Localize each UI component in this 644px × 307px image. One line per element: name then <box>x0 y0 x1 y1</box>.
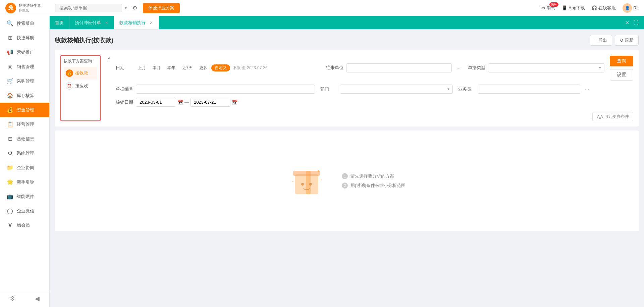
tab-home-label: 首页 <box>55 20 64 26</box>
empty-step1-text: 请先选择要分析的方案 <box>351 173 394 179</box>
date-btn-last-month[interactable]: 上月 <box>135 64 149 71</box>
sidebar-item-purchase[interactable]: 🛒 采购管理 <box>0 74 49 88</box>
svg-point-4 <box>309 183 312 186</box>
user-avatar[interactable]: 👤 Rit <box>623 3 639 13</box>
app-download-icon: 📱 <box>562 5 567 10</box>
sidebar-item-member[interactable]: V 畅会员 <box>0 218 49 232</box>
sidebar-item-basic-info[interactable]: ⊟ 基础信息 <box>0 132 49 146</box>
page-header: 收款核销执行(按收款) ↑ 导出 ↺ 刷新 <box>55 35 639 46</box>
sidebar-item-inventory[interactable]: 🏠 库存核算 <box>0 88 49 103</box>
wechat-icon: ◯ <box>7 208 13 214</box>
tab-prepay-close[interactable]: ✕ <box>105 20 108 25</box>
sidebar-item-search[interactable]: 🔍 搜索菜单 <box>0 16 49 31</box>
empty-illustration: ✦ ✦ ✦ <box>288 162 328 199</box>
date-quick-buttons: 上月 本月 本年 近7天 更多 自定义 <box>135 64 230 71</box>
page-title: 收款核销执行(按收款) <box>55 36 113 44</box>
doc-no-input[interactable] <box>136 85 315 94</box>
verify-date-end-input[interactable] <box>190 98 230 107</box>
date-btn-more[interactable]: 更多 <box>197 64 210 71</box>
date-range-text: 不限 至 2023-07-26 <box>233 65 268 71</box>
sidebar-item-operations[interactable]: 📋 经营管理 <box>0 117 49 132</box>
refresh-icon: ↺ <box>620 38 624 43</box>
sales-icon: ◎ <box>7 63 13 70</box>
date-btn-custom[interactable]: 自定义 <box>211 64 230 71</box>
date-btn-this-month[interactable]: 本月 <box>150 64 163 71</box>
staff-input[interactable] <box>478 85 580 94</box>
sidebar-settings-icon[interactable]: ⚙ <box>8 293 17 304</box>
message-item[interactable]: ✉ 消息 99+ <box>541 5 555 11</box>
enterprise-icon: 📁 <box>7 164 13 171</box>
sidebar-item-system[interactable]: ⚙ 系统管理 <box>0 146 49 160</box>
svg-text:✦: ✦ <box>317 169 320 173</box>
search-input[interactable] <box>55 4 122 12</box>
sidebar-label-purchase: 采购管理 <box>17 78 34 84</box>
sidebar-label-enterprise: 企业协同 <box>17 165 34 171</box>
sidebar-label-inventory: 库存核算 <box>17 93 34 99</box>
dept-select[interactable] <box>340 85 453 94</box>
date-btn-7days[interactable]: 近7天 <box>179 64 195 71</box>
industry-solution-button[interactable]: 体验行业方案 <box>143 3 180 13</box>
settings-icon[interactable]: ⚙ <box>129 3 140 13</box>
tab-prepay[interactable]: 预付冲应付单 ✕ <box>69 16 114 29</box>
date-label: 日期 <box>116 65 132 71</box>
sidebar-item-smart-hw[interactable]: 📺 智能硬件 <box>0 189 49 204</box>
system-icon: ⚙ <box>7 150 13 156</box>
filter-row-3: 核销日期 📅 — 📅 <box>116 98 633 107</box>
tab-bar: 首页 预付冲应付单 ✕ 收款核销执行 ✕ ✕ ⛶ <box>50 16 644 30</box>
doc-type-select[interactable] <box>488 63 604 72</box>
sidebar-item-wechat[interactable]: ◯ 企业微信 <box>0 204 49 218</box>
sidebar-label-sales: 销售管理 <box>17 64 34 70</box>
empty-step-2: 2 用[过滤]条件来缩小分析范围 <box>342 183 405 189</box>
guide-icon: 🌟 <box>7 179 13 185</box>
operations-icon: 📋 <box>7 121 13 127</box>
receivable-option-icon: ⏰ <box>66 82 73 90</box>
sidebar-label-finance: 资金管理 <box>17 107 34 113</box>
verify-date-start-cal-icon[interactable]: 📅 <box>177 100 183 105</box>
online-service-item[interactable]: 🎧 在线客服 <box>592 5 616 11</box>
sidebar-item-marketing[interactable]: 📢 营销推广 <box>0 45 49 59</box>
sidebar-item-quick-nav[interactable]: ⊞ 快捷导航 <box>0 31 49 45</box>
app-download-item[interactable]: 📱 App下载 <box>562 5 585 11</box>
inventory-icon: 🏠 <box>7 92 13 99</box>
empty-step2-text: 用[过滤]条件来缩小分析范围 <box>351 183 405 189</box>
sidebar-item-guide[interactable]: 🌟 新手引导 <box>0 175 49 189</box>
avatar-circle: 👤 <box>623 3 632 13</box>
counterpart-dots-btn[interactable]: ··· <box>454 64 463 71</box>
sidebar-collapse-icon[interactable]: ◀ <box>33 293 42 304</box>
purchase-icon: 🛒 <box>7 78 13 84</box>
tab-receipt-verify-close[interactable]: ✕ <box>150 20 153 25</box>
refresh-button[interactable]: ↺ 刷新 <box>615 35 639 46</box>
verify-date-start-input[interactable] <box>136 98 176 107</box>
step2-num: 2 <box>342 183 348 189</box>
verify-date-end-cal-icon[interactable]: 📅 <box>232 100 237 105</box>
sidebar-item-finance[interactable]: 💰 资金管理 <box>0 103 49 117</box>
export-label: 导出 <box>598 37 607 43</box>
date-btn-this-year[interactable]: 本年 <box>165 64 178 71</box>
tab-close-all-icon[interactable]: ✕ <box>624 18 631 27</box>
empty-step-1: 1 请先选择要分析的方案 <box>342 173 405 179</box>
counterpart-input[interactable] <box>346 63 452 72</box>
search-dropdown-arrow[interactable]: ▾ <box>125 6 127 10</box>
tab-bar-actions: ✕ ⛶ <box>624 16 644 29</box>
tab-expand-icon[interactable]: ⛶ <box>632 18 640 27</box>
filter-sidebar-collapse[interactable]: » <box>106 55 112 121</box>
staff-dots-btn[interactable]: ··· <box>583 86 591 93</box>
collapse-more-button[interactable]: ⋀⋀ 收起更多条件 <box>592 112 633 121</box>
tab-receipt-verify[interactable]: 收款核销执行 ✕ <box>114 16 159 29</box>
tab-home[interactable]: 首页 <box>50 16 69 29</box>
export-button[interactable]: ↑ 导出 <box>590 35 612 46</box>
page-content: 收款核销执行(按收款) ↑ 导出 ↺ 刷新 按以下方案查询 <box>50 30 644 307</box>
sidebar-item-enterprise[interactable]: 📁 企业协同 <box>0 160 49 175</box>
settings-button[interactable]: 设置 <box>610 69 633 81</box>
sidebar-item-sales[interactable]: ◎ 销售管理 <box>0 59 49 74</box>
doc-type-select-wrapper <box>488 63 604 72</box>
filter-option-by-receipt[interactable]: 💰 按收款 <box>64 67 97 80</box>
query-settings-buttons: 查询 设置 <box>610 55 633 81</box>
query-button[interactable]: 查询 <box>610 56 633 66</box>
svg-text:✦: ✦ <box>291 180 294 183</box>
grid-icon: ⊞ <box>7 35 13 41</box>
filter-row-2: 单据编号 部门 业务员 <box>116 85 633 94</box>
tab-receipt-verify-label: 收款核销执行 <box>119 20 146 26</box>
filter-option-by-receivable[interactable]: ⏰ 按应收 <box>64 80 97 92</box>
smart-hw-icon: 📺 <box>7 193 13 200</box>
